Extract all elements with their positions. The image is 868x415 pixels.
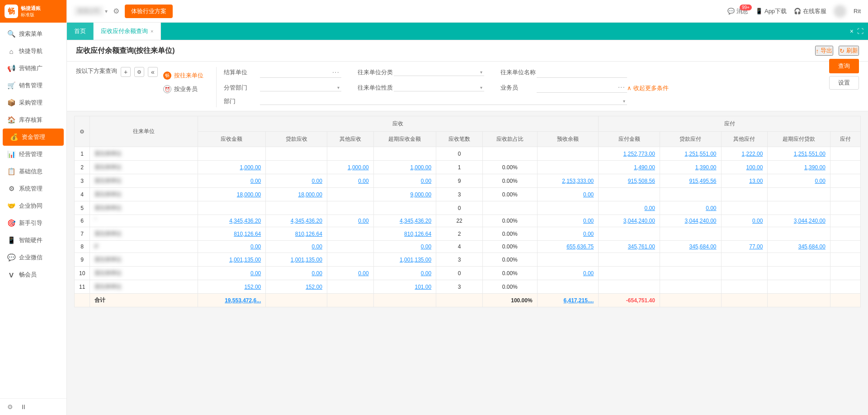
scheme-item-partner[interactable]: 畅 按往来单位	[158, 69, 216, 82]
sidebar-collapse-btn[interactable]: ⏸	[20, 403, 27, 410]
sidebar-item-wechat[interactable]: 💬 企业微信	[0, 249, 66, 266]
partner-name-cell[interactable]: 某往来单位	[90, 174, 198, 188]
partner-name-cell[interactable]: P	[90, 241, 198, 253]
table-row: 1某往来单位01,252,773.001,251,551.001,222.001…	[75, 147, 861, 161]
table-row: 2某往来单位1,000.001,000.001,000.0010.00%1,49…	[75, 161, 861, 174]
home-icon: ⌂	[7, 48, 15, 55]
sidebar-item-finance[interactable]: 💰 资金管理	[3, 129, 64, 146]
topbar-gear-icon[interactable]: ⚙	[113, 7, 119, 15]
sidebar-item-inventory[interactable]: 🏠 库存核算	[0, 111, 66, 129]
col-ar-prepay: 预收余额	[537, 132, 599, 147]
filter-group-salesman: 业务员 ···	[500, 82, 627, 93]
sidebar-bottom: ⚙ ⏸	[0, 398, 66, 415]
dept-select[interactable]: ▾	[260, 84, 341, 91]
sidebar-item-quicknav[interactable]: ⌂ 快捷导航	[0, 43, 66, 60]
page-content: 应收应付余额查询(按往来单位) ↑ 导出 ↻ 刷新 按以下方案查询 + ⚙	[67, 40, 868, 415]
col-ar-loan: 贷款应收	[266, 132, 327, 147]
sales-icon: 🛒	[7, 81, 15, 90]
sidebar-item-sales[interactable]: 🛒 销售管理	[0, 77, 66, 94]
search-menu-icon: 🔍	[7, 30, 15, 38]
partner-name-cell[interactable]: 某往来单位	[90, 147, 198, 161]
query-button[interactable]: 查询	[829, 59, 859, 73]
sidebar-item-guide[interactable]: 🎯 新手引导	[0, 215, 66, 232]
partner-name-cell[interactable]: 某往来单位	[90, 161, 198, 174]
inventory-icon: 🏠	[7, 116, 15, 124]
tab-close-icon[interactable]: ×	[151, 29, 153, 34]
salesman-select[interactable]: ···	[537, 82, 627, 93]
table-row: 7某往来单位810,126.64810,126.64810,126.6420.0…	[75, 227, 861, 241]
partner-name-input[interactable]	[537, 67, 627, 78]
settlement-dots[interactable]: ···	[332, 68, 340, 76]
filter-action-buttons: 查询 设置	[829, 59, 859, 90]
sidebar-item-system[interactable]: ⚙ 系统管理	[0, 180, 66, 197]
table-row: 9某往来单位1,001,135.001,001,135.001,001,135.…	[75, 253, 861, 267]
logo-icon: 畅	[5, 5, 18, 18]
export-button[interactable]: ↑ 导出	[815, 46, 834, 56]
scheme-item-salesman[interactable]: ⏰ 按业务员	[158, 82, 216, 96]
partner-name-cell[interactable]: 某往来单位	[90, 253, 198, 267]
partner-type-select[interactable]: ▾	[394, 69, 484, 76]
export-icon: ↑	[816, 48, 819, 54]
collapse-btn[interactable]: ∧ 收起更多条件	[627, 69, 669, 107]
sidebar-item-member[interactable]: V 畅会员	[0, 266, 66, 283]
filter-group-partner-nature: 往来单位性质 ▾	[358, 84, 484, 92]
partner-name-cell[interactable]: 某往来单位	[90, 267, 198, 280]
sidebar-logo: 畅 畅捷通账 标准版	[0, 0, 66, 23]
partner-name-label: 往来单位名称	[500, 68, 537, 76]
col-ar-count: 应收笔数	[436, 132, 483, 147]
tab-home[interactable]: 首页	[67, 23, 94, 40]
col-ap-tail: 应付	[830, 132, 860, 147]
sidebar-item-search[interactable]: 🔍 搜索菜单	[0, 25, 66, 43]
scheme-sidebar: 畅 按往来单位 ⏰ 按业务员	[158, 67, 217, 107]
setting-button[interactable]: 设置	[829, 76, 859, 90]
refresh-button[interactable]: ↻ 刷新	[839, 46, 859, 56]
partner-name-cell[interactable]: ˇ	[90, 215, 198, 227]
partner-nature-select[interactable]: ▾	[394, 84, 484, 91]
topbar-breadcrumb: 某某公司 ▾	[74, 6, 108, 16]
partner-name-cell[interactable]: 某往来单位	[90, 227, 198, 241]
col-partner-header: 往来单位	[90, 116, 198, 147]
main-area: 某某公司 ▾ ⚙ 体验行业方案 💬 消息 99+ 📱 App下载 🎧 在线客服 …	[67, 0, 868, 415]
topbar-messages[interactable]: 💬 消息 99+	[727, 7, 748, 15]
filter-fields: 结算单位 ··· 往来单位分类 ▾	[217, 67, 627, 107]
filter-add-button[interactable]: +	[121, 67, 131, 77]
total-ar-pct: 100.00%	[482, 294, 537, 307]
solution-button[interactable]: 体验行业方案	[125, 5, 173, 18]
partner-name-cell[interactable]: 某往来单位	[90, 188, 198, 201]
username-label: Rit	[854, 8, 861, 14]
tab-ar-query[interactable]: 应收应付余额查询 ×	[94, 23, 161, 40]
marketing-icon: 📢	[7, 64, 15, 72]
sidebar-item-marketing[interactable]: 📢 营销推广	[0, 60, 66, 77]
sidebar-item-operation[interactable]: 📊 经营管理	[0, 146, 66, 163]
collapse-icon: ∧	[627, 85, 632, 91]
purchase-icon: 📦	[7, 99, 15, 107]
topbar-arrow: ▾	[105, 8, 108, 14]
topbar-online-service[interactable]: 🎧 在线客服	[794, 7, 826, 15]
subdept-select[interactable]: ▾	[260, 98, 627, 105]
user-avatar[interactable]	[834, 5, 846, 18]
sidebar-item-basic[interactable]: 📋 基础信息	[0, 163, 66, 180]
settlement-select[interactable]: ···	[260, 67, 341, 78]
topbar-app-download[interactable]: 📱 App下载	[755, 7, 787, 15]
salesman-dots[interactable]: ···	[618, 83, 625, 91]
sidebar-settings-btn[interactable]: ⚙	[7, 403, 13, 410]
tab-fullscreen-icon[interactable]: ⛶	[857, 28, 863, 35]
app-icon: 📱	[755, 8, 763, 14]
col-ar-overdue: 超期应收金额	[373, 132, 436, 147]
topbar-right: 💬 消息 99+ 📱 App下载 🎧 在线客服 Rit	[727, 5, 861, 18]
partner-name-cell[interactable]: 某往来单位	[90, 201, 198, 215]
partner-name-cell[interactable]: 某往来单位	[90, 280, 198, 294]
col-ar-pct: 应收款占比	[482, 132, 537, 147]
sidebar-item-collab[interactable]: 🤝 企业协同	[0, 197, 66, 215]
col-ap-group-header: 应付	[599, 116, 861, 132]
tab-close-all-icon[interactable]: ×	[850, 28, 854, 35]
table-row: 5某往来单位00.000.00	[75, 201, 861, 215]
sidebar-item-purchase[interactable]: 📦 采购管理	[0, 94, 66, 111]
data-table: ⚙ 往来单位 应收 应付 应收金额 贷款应收 其他应收 超期应收金额 应收笔数 …	[74, 116, 861, 307]
filter-settings-button[interactable]: ⚙	[134, 67, 144, 77]
table-settings-icon[interactable]: ⚙	[75, 116, 90, 147]
sidebar-item-hardware[interactable]: 📱 智能硬件	[0, 232, 66, 249]
refresh-icon: ↻	[840, 48, 844, 54]
collab-icon: 🤝	[7, 202, 15, 210]
filter-collapse-button[interactable]: «	[148, 67, 158, 77]
